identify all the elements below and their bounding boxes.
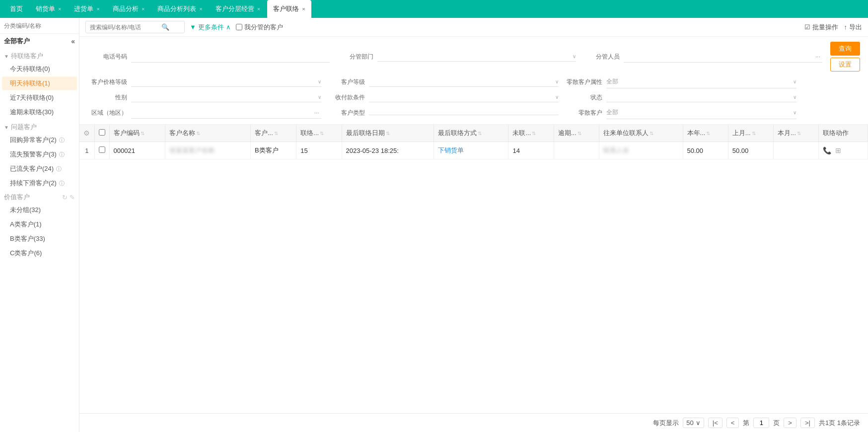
- price-level-caret-icon: ∨: [318, 79, 321, 84]
- gender-caret-icon: ∨: [318, 94, 321, 100]
- pagination: 每页显示 50 ∨ |< < 第 页 > >| 共1页 1条记录: [79, 413, 868, 432]
- phone-input[interactable]: [131, 51, 330, 63]
- row-checkbox-cell: [94, 142, 109, 159]
- row-actions: 📞 ⊞: [819, 142, 868, 159]
- filter-row-1: 电话号码 分管部门 ∨ 分管人员 ···: [87, 42, 860, 72]
- table-header-row: ⚙ 客户编码⇅ 客户名称⇅ 客户...⇅: [79, 125, 868, 142]
- row-num: 1: [79, 142, 94, 159]
- sidebar-item-declining[interactable]: 持续下滑客户(2) ⓘ: [2, 176, 77, 190]
- nav-purchase-close[interactable]: ×: [96, 6, 99, 12]
- nav-home-label: 首页: [10, 4, 23, 13]
- col-type: 客户...⇅: [250, 125, 296, 142]
- filter-retail-customer: 零散客户 全部 ∨: [563, 106, 796, 119]
- filter-search-input[interactable]: [90, 24, 159, 31]
- retail-customer-select[interactable]: 全部 ∨: [606, 106, 796, 119]
- last-method-link[interactable]: 下销货单: [438, 146, 464, 154]
- nav-sales[interactable]: 销货单 ×: [30, 0, 67, 18]
- nav-goods-analysis[interactable]: 商品分析 ×: [107, 0, 150, 18]
- main-layout: 🔍 全部客户 « 待联络客户 今天待联络(0) 明天待联络(1) 近7天待联络(…: [0, 18, 868, 432]
- nav-customer-contact-close[interactable]: ×: [302, 6, 305, 12]
- nav-goods-analysis-close[interactable]: ×: [142, 6, 145, 12]
- edit-icon[interactable]: ✎: [70, 194, 75, 201]
- row-checkbox[interactable]: [99, 146, 105, 153]
- my-customers-checkbox[interactable]: 我分管的客户: [236, 23, 283, 32]
- nav-customer-tier-close[interactable]: ×: [257, 6, 260, 12]
- page-size-select[interactable]: 50 ∨: [683, 418, 704, 428]
- refresh-icon[interactable]: ↻: [62, 194, 68, 201]
- my-customers-check[interactable]: [236, 24, 242, 30]
- nav-goods-analysis-list-close[interactable]: ×: [199, 6, 202, 12]
- dept-select[interactable]: ∨: [377, 52, 576, 62]
- row-code: 000021: [109, 142, 165, 159]
- sidebar-all-customers[interactable]: 全部客户 «: [0, 34, 79, 49]
- prev-page-btn[interactable]: <: [726, 418, 739, 428]
- gear-icon[interactable]: ⚙: [83, 129, 90, 137]
- price-level-select[interactable]: ∨: [131, 77, 321, 87]
- next-page-btn[interactable]: >: [784, 418, 796, 428]
- sidebar-collapse-icon[interactable]: «: [71, 37, 75, 45]
- row-not-contact: 14: [508, 142, 554, 159]
- export-btn[interactable]: ↑ 导出: [844, 23, 863, 32]
- row-name: 张某某客户名称: [165, 142, 251, 159]
- customer-level-select[interactable]: ∨: [369, 77, 559, 87]
- query-button[interactable]: 查询: [830, 42, 860, 56]
- region-dots-icon[interactable]: ···: [312, 109, 321, 116]
- page-unit: 页: [773, 419, 780, 428]
- sidebar-value-icons[interactable]: ↻ ✎: [62, 194, 75, 201]
- sidebar-item-repurchase-abnormal[interactable]: 回购异常客户(2) ⓘ: [2, 133, 77, 147]
- sidebar-group-value-label: 价值客户: [4, 193, 30, 202]
- person-select[interactable]: ···: [624, 51, 822, 63]
- batch-icon: ☑: [804, 23, 810, 31]
- filter-retail-attr: 零散客户属性 全部 ∨: [563, 75, 796, 88]
- filter-region: 区域（地区） ···: [87, 107, 321, 119]
- phone-action-icon[interactable]: 📞: [823, 146, 831, 154]
- person-dots-icon[interactable]: ···: [813, 53, 822, 60]
- sidebar-item-overdue[interactable]: 逾期未联络(30): [2, 105, 77, 119]
- sidebar-item-churned[interactable]: 已流失客户(24) ⓘ: [2, 162, 77, 176]
- filter-person: 分管人员 ···: [580, 51, 822, 63]
- sidebar-item-c-class[interactable]: C类客户(6): [2, 246, 77, 260]
- total-label: 共1页 1条记录: [819, 419, 860, 428]
- first-page-btn[interactable]: |<: [708, 418, 723, 428]
- qr-action-icon[interactable]: ⊞: [835, 146, 841, 154]
- col-company-contact: 往来单位联系人⇅: [599, 125, 683, 142]
- nav-sales-label: 销货单: [36, 4, 55, 13]
- gender-select[interactable]: ∨: [131, 92, 321, 102]
- col-action: 联络动作: [819, 125, 868, 142]
- status-caret-icon: ∨: [793, 94, 796, 100]
- setting-button[interactable]: 设置: [830, 58, 860, 72]
- nav-sales-close[interactable]: ×: [58, 6, 61, 12]
- payment-select[interactable]: ∨: [369, 92, 559, 102]
- sidebar-item-7days[interactable]: 近7天待联络(0): [2, 91, 77, 105]
- retail-attr-select[interactable]: 全部 ∨: [606, 75, 796, 88]
- nav-customer-tier[interactable]: 客户分层经营 ×: [210, 0, 266, 18]
- sidebar-item-today[interactable]: 今天待联络(0): [2, 62, 77, 76]
- sidebar-search-input[interactable]: [4, 22, 78, 29]
- region-select[interactable]: ···: [131, 107, 321, 119]
- col-this-month: 本月...⇅: [774, 125, 819, 142]
- sidebar-item-a-class[interactable]: A类客户(1): [2, 217, 77, 231]
- batch-operation-btn[interactable]: ☑ 批量操作: [804, 23, 838, 32]
- select-all-checkbox[interactable]: [99, 129, 105, 136]
- sidebar-item-ungrouped[interactable]: 未分组(32): [2, 203, 77, 217]
- page-size-value: 50: [686, 419, 693, 427]
- customer-type-select[interactable]: [369, 111, 559, 115]
- row-type: B类客户: [250, 142, 296, 159]
- page-number-input[interactable]: [753, 418, 769, 428]
- customer-level-caret-icon: ∨: [555, 79, 559, 84]
- sidebar-item-tomorrow[interactable]: 明天待联络(1): [2, 76, 77, 90]
- filter-phone: 电话号码: [87, 51, 330, 63]
- row-company-contact: 联系人名: [599, 142, 683, 159]
- sidebar-item-b-class[interactable]: B类客户(33): [2, 232, 77, 246]
- sidebar-group-problem: 问题客户: [0, 120, 79, 133]
- last-page-btn[interactable]: >|: [800, 418, 815, 428]
- nav-home[interactable]: 首页: [4, 0, 29, 18]
- col-name: 客户名称⇅: [165, 125, 251, 142]
- status-select[interactable]: ∨: [606, 92, 796, 102]
- filter-search-icon[interactable]: 🔍: [161, 23, 169, 31]
- nav-customer-contact[interactable]: 客户联络 ×: [267, 0, 311, 18]
- more-conditions-btn[interactable]: ▼ 更多条件 ∧: [190, 23, 231, 32]
- nav-goods-analysis-list[interactable]: 商品分析列表 ×: [151, 0, 208, 18]
- nav-purchase[interactable]: 进货单 ×: [68, 0, 105, 18]
- sidebar-item-churn-warning[interactable]: 流失预警客户(3) ⓘ: [2, 147, 77, 161]
